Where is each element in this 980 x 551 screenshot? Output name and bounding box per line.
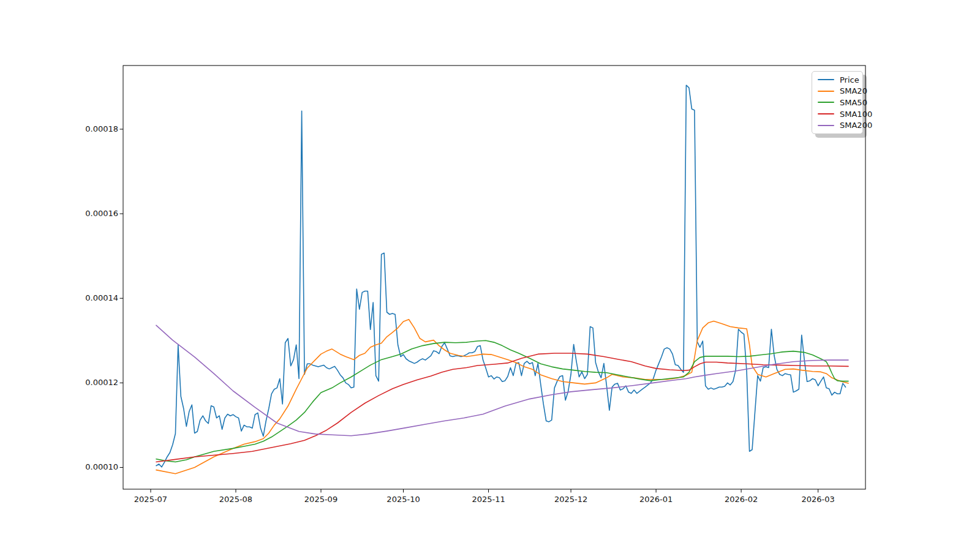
x-tick-label: 2025-12 bbox=[543, 495, 598, 504]
y-tick-label: 0.00014 bbox=[67, 293, 118, 303]
legend: Price SMA20 SMA50 SMA100 SMA200 bbox=[812, 71, 863, 134]
legend-line-swatch bbox=[818, 125, 834, 126]
y-tick-label: 0.00012 bbox=[67, 378, 118, 388]
legend-line-swatch bbox=[818, 113, 834, 114]
x-tick-label: 2025-08 bbox=[208, 495, 263, 504]
price-sma-chart-figure: 0.00018 0.00016 0.00014 0.00012 0.00010 … bbox=[0, 0, 980, 551]
legend-label: SMA20 bbox=[840, 86, 867, 96]
y-tick-label: 0.00018 bbox=[67, 124, 118, 134]
legend-item-sma20: SMA20 bbox=[818, 86, 862, 97]
legend-label: SMA200 bbox=[840, 121, 872, 130]
y-tick-label: 0.00010 bbox=[67, 462, 118, 472]
series-line-sma50 bbox=[156, 340, 848, 462]
legend-line-swatch bbox=[818, 102, 834, 103]
legend-label: SMA50 bbox=[840, 98, 867, 107]
legend-line-swatch bbox=[818, 79, 834, 80]
x-tick-label: 2026-03 bbox=[791, 495, 846, 504]
legend-item-sma50: SMA50 bbox=[818, 97, 862, 108]
legend-item-price: Price bbox=[818, 74, 862, 85]
x-tick-label: 2025-11 bbox=[461, 495, 516, 504]
legend-line-swatch bbox=[818, 91, 834, 92]
legend-label: SMA100 bbox=[840, 110, 872, 119]
x-tick-label: 2026-02 bbox=[714, 495, 769, 504]
legend-item-sma200: SMA200 bbox=[818, 120, 862, 131]
x-tick-label: 2025-09 bbox=[293, 495, 349, 504]
x-tick-label: 2025-10 bbox=[376, 495, 431, 504]
x-tick-label: 2026-01 bbox=[628, 495, 684, 504]
x-tick-label: 2025-07 bbox=[123, 495, 178, 504]
series-line-price bbox=[156, 85, 846, 467]
legend-label: Price bbox=[840, 75, 859, 84]
legend-item-sma100: SMA100 bbox=[818, 108, 862, 119]
y-tick-label: 0.00016 bbox=[67, 209, 118, 219]
